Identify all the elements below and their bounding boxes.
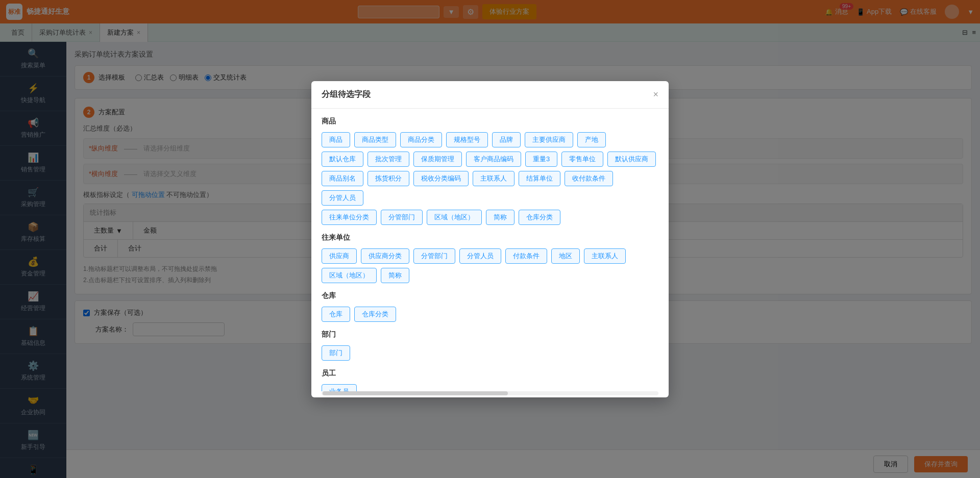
field-tag-warehouse-cat-2[interactable]: 仓库分类	[354, 307, 396, 322]
field-tag-customer-sku[interactable]: 客户商品编码	[466, 152, 521, 167]
product-fields-grid: 商品 商品类型 商品分类 规格型号 品牌 主要供应商 产地	[322, 132, 658, 147]
field-tag-weight[interactable]: 重量3	[525, 152, 557, 167]
field-tag-mgmt-dept[interactable]: 分管部门	[413, 248, 455, 264]
modal-close-btn[interactable]: ×	[653, 90, 658, 99]
field-tag-partner-category[interactable]: 往来单位分类	[322, 210, 377, 225]
field-tag-supplier-cat[interactable]: 供应商分类	[361, 248, 409, 264]
field-tag-warehouse[interactable]: 仓库	[322, 307, 350, 322]
field-tag-origin[interactable]: 产地	[577, 132, 606, 147]
modal-header: 分组待选字段 ×	[311, 81, 669, 109]
modal-hscrollbar[interactable]	[311, 391, 669, 397]
field-tag-payment-terms[interactable]: 收付款条件	[565, 171, 613, 186]
field-tag-abbr-2[interactable]: 简称	[381, 268, 409, 283]
modal-body: 商品 商品 商品类型 商品分类 规格型号 品牌 主要供应商 产地 默认仓库 批次…	[311, 109, 669, 391]
field-tag-main-supplier[interactable]: 主要供应商	[525, 132, 573, 147]
modal-title: 分组待选字段	[322, 89, 371, 100]
field-tag-spec-model[interactable]: 规格型号	[446, 132, 488, 147]
section-heading-product: 商品	[322, 117, 658, 126]
partner-fields-grid-2: 区域（地区） 简称	[322, 268, 658, 283]
field-tag-settle-unit[interactable]: 结算单位	[519, 171, 560, 186]
field-tag-supplier[interactable]: 供应商	[322, 248, 357, 264]
field-tag-main-contact[interactable]: 主联系人	[473, 171, 514, 186]
field-tag-abbr[interactable]: 简称	[486, 210, 514, 225]
field-tag-manager[interactable]: 分管人员	[322, 190, 363, 206]
field-tag-main-contact-2[interactable]: 主联系人	[584, 248, 626, 264]
field-tag-salesperson[interactable]: 业务员	[322, 384, 357, 391]
field-tag-alias[interactable]: 商品别名	[322, 171, 363, 186]
product-fields-grid-3: 商品别名 拣货积分 税收分类编码 主联系人 结算单位 收付款条件 分管人员	[322, 171, 658, 206]
section-heading-warehouse: 仓库	[322, 291, 658, 300]
partner-fields-grid: 供应商 供应商分类 分管部门 分管人员 付款条件 地区 主联系人	[322, 248, 658, 264]
warehouse-fields-grid: 仓库 仓库分类	[322, 307, 658, 322]
field-tag-expiry-mgmt[interactable]: 保质期管理	[413, 152, 462, 167]
field-tag-product-category[interactable]: 商品分类	[400, 132, 442, 147]
employee-fields-grid: 业务员	[322, 384, 658, 391]
field-tag-dept[interactable]: 分管部门	[381, 210, 423, 225]
product-fields-grid-4: 往来单位分类 分管部门 区域（地区） 简称 仓库分类	[322, 210, 658, 225]
field-tag-product-type[interactable]: 商品类型	[354, 132, 396, 147]
field-tag-pick-points[interactable]: 拣货积分	[368, 171, 409, 186]
field-tag-mgmt-person[interactable]: 分管人员	[459, 248, 501, 264]
section-heading-employee: 员工	[322, 369, 658, 378]
field-tag-region-2[interactable]: 区域（地区）	[322, 268, 377, 283]
field-tag-default-supplier[interactable]: 默认供应商	[607, 152, 656, 167]
field-tag-area[interactable]: 地区	[551, 248, 580, 264]
field-tag-brand[interactable]: 品牌	[492, 132, 521, 147]
field-tag-batch-mgmt[interactable]: 批次管理	[368, 152, 409, 167]
section-heading-dept: 部门	[322, 330, 658, 339]
field-tag-dept-2[interactable]: 部门	[322, 345, 350, 361]
field-tag-retail-unit[interactable]: 零售单位	[561, 152, 603, 167]
product-fields-grid-2: 默认仓库 批次管理 保质期管理 客户商品编码 重量3 零售单位 默认供应商	[322, 152, 658, 167]
field-tag-payment-cond[interactable]: 付款条件	[505, 248, 547, 264]
field-tag-product[interactable]: 商品	[322, 132, 350, 147]
dept-fields-grid: 部门	[322, 345, 658, 361]
section-heading-partner: 往来单位	[322, 233, 658, 242]
field-tag-warehouse-cat[interactable]: 仓库分类	[519, 210, 560, 225]
field-tag-tax-code[interactable]: 税收分类编码	[413, 171, 469, 186]
field-select-modal: 分组待选字段 × 商品 商品 商品类型 商品分类 规格型号 品牌 主要供应商 产…	[311, 81, 669, 397]
field-tag-default-warehouse[interactable]: 默认仓库	[322, 152, 363, 167]
field-tag-region[interactable]: 区域（地区）	[427, 210, 482, 225]
modal-overlay: 分组待选字段 × 商品 商品 商品类型 商品分类 规格型号 品牌 主要供应商 产…	[0, 0, 980, 478]
